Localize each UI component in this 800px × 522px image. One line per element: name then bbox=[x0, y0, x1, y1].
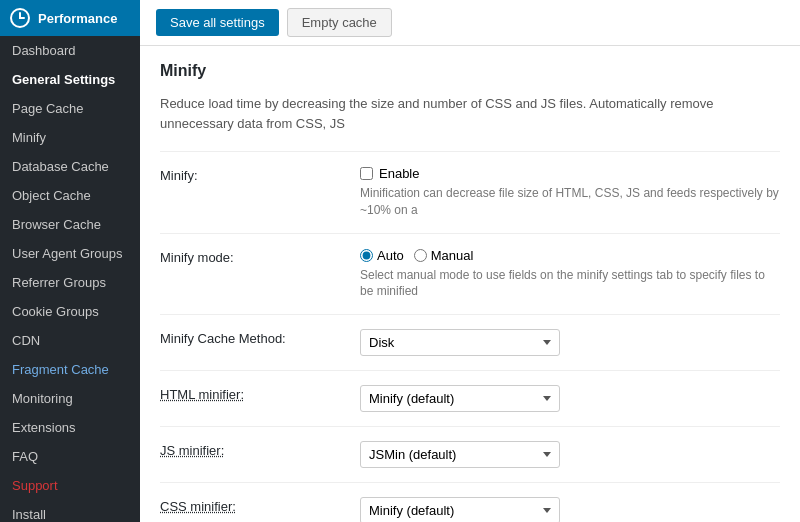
minify-checkbox[interactable] bbox=[360, 167, 373, 180]
css-minifier-control: Minify (default) None bbox=[360, 497, 780, 522]
content-area: Minify Reduce load time by decreasing th… bbox=[140, 46, 800, 522]
sidebar-item-page-cache[interactable]: Page Cache bbox=[0, 94, 140, 123]
sidebar-item-browser-cache[interactable]: Browser Cache bbox=[0, 210, 140, 239]
sidebar-title: Performance bbox=[38, 11, 117, 26]
minify-checkbox-row: Enable bbox=[360, 166, 780, 181]
section-title: Minify bbox=[160, 62, 780, 86]
minify-mode-control: Auto Manual Select manual mode to use fi… bbox=[360, 248, 780, 301]
js-minifier-label: JS minifier: bbox=[160, 441, 360, 458]
minify-mode-manual-label[interactable]: Manual bbox=[414, 248, 474, 263]
sidebar-item-object-cache[interactable]: Object Cache bbox=[0, 181, 140, 210]
css-minifier-row: CSS minifier: Minify (default) None bbox=[160, 482, 780, 522]
minify-checkbox-label[interactable]: Enable bbox=[379, 166, 419, 181]
performance-icon bbox=[10, 8, 30, 28]
minify-label: Minify: bbox=[160, 166, 360, 183]
sidebar-item-fragment-cache[interactable]: Fragment Cache bbox=[0, 355, 140, 384]
html-minifier-label: HTML minifier: bbox=[160, 385, 360, 402]
sidebar-item-install[interactable]: Install bbox=[0, 500, 140, 522]
sidebar: Performance Dashboard General Settings P… bbox=[0, 0, 140, 522]
sidebar-item-dashboard[interactable]: Dashboard bbox=[0, 36, 140, 65]
sidebar-item-cdn[interactable]: CDN bbox=[0, 326, 140, 355]
section-desc: Reduce load time by decreasing the size … bbox=[160, 94, 780, 133]
sidebar-item-faq[interactable]: FAQ bbox=[0, 442, 140, 471]
minify-mode-auto-radio[interactable] bbox=[360, 249, 373, 262]
sidebar-item-referrer-groups[interactable]: Referrer Groups bbox=[0, 268, 140, 297]
sidebar-item-support[interactable]: Support bbox=[0, 471, 140, 500]
top-save-button[interactable]: Save all settings bbox=[156, 9, 279, 36]
sidebar-item-minify[interactable]: Minify bbox=[0, 123, 140, 152]
minify-hint: Minification can decrease file size of H… bbox=[360, 185, 780, 219]
minify-row: Minify: Enable Minification can decrease… bbox=[160, 151, 780, 233]
sidebar-item-monitoring[interactable]: Monitoring bbox=[0, 384, 140, 413]
top-bar: Save all settings Empty cache bbox=[140, 0, 800, 46]
html-minifier-select[interactable]: Minify (default) None bbox=[360, 385, 560, 412]
main-content: Save all settings Empty cache Minify Red… bbox=[140, 0, 800, 522]
minify-cache-method-row: Minify Cache Method: Disk Disk Enhanced … bbox=[160, 314, 780, 370]
minify-mode-manual-radio[interactable] bbox=[414, 249, 427, 262]
minify-cache-method-control: Disk Disk Enhanced Database Memcache Red… bbox=[360, 329, 780, 356]
sidebar-menu: Dashboard General Settings Page Cache Mi… bbox=[0, 36, 140, 522]
minify-cache-method-select[interactable]: Disk Disk Enhanced Database Memcache Red… bbox=[360, 329, 560, 356]
css-minifier-label: CSS minifier: bbox=[160, 497, 360, 514]
minify-mode-label: Minify mode: bbox=[160, 248, 360, 265]
css-minifier-select[interactable]: Minify (default) None bbox=[360, 497, 560, 522]
minify-cache-method-label: Minify Cache Method: bbox=[160, 329, 360, 346]
sidebar-item-extensions[interactable]: Extensions bbox=[0, 413, 140, 442]
top-empty-cache-button[interactable]: Empty cache bbox=[287, 8, 392, 37]
sidebar-item-cookie-groups[interactable]: Cookie Groups bbox=[0, 297, 140, 326]
js-minifier-select[interactable]: JSMin (default) Minify None bbox=[360, 441, 560, 468]
html-minifier-control: Minify (default) None bbox=[360, 385, 780, 412]
sidebar-item-database-cache[interactable]: Database Cache bbox=[0, 152, 140, 181]
sidebar-item-general-settings[interactable]: General Settings bbox=[0, 65, 140, 94]
sidebar-header: Performance bbox=[0, 0, 140, 36]
minify-mode-row: Minify mode: Auto Manual Select manual m… bbox=[160, 233, 780, 315]
sidebar-item-user-agent-groups[interactable]: User Agent Groups bbox=[0, 239, 140, 268]
minify-mode-radio-row: Auto Manual bbox=[360, 248, 780, 263]
minify-control: Enable Minification can decrease file si… bbox=[360, 166, 780, 219]
minify-mode-auto-label[interactable]: Auto bbox=[360, 248, 404, 263]
minify-mode-hint: Select manual mode to use fields on the … bbox=[360, 267, 780, 301]
js-minifier-control: JSMin (default) Minify None bbox=[360, 441, 780, 468]
html-minifier-row: HTML minifier: Minify (default) None bbox=[160, 370, 780, 426]
js-minifier-row: JS minifier: JSMin (default) Minify None bbox=[160, 426, 780, 482]
